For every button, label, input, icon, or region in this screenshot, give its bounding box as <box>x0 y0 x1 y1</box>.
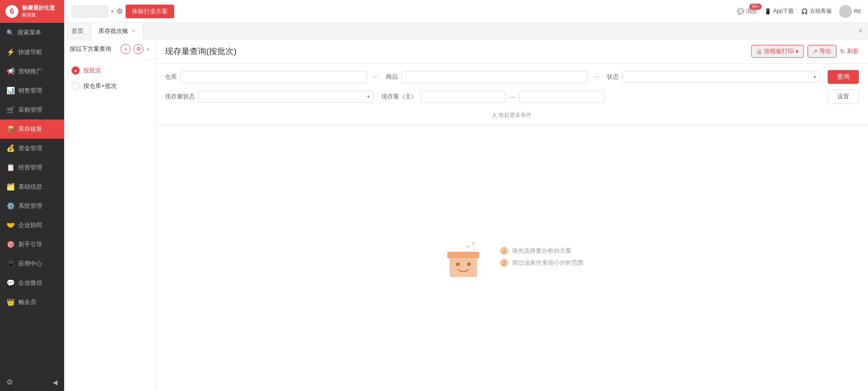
scheme-label: 按仓库+批次 <box>83 82 117 90</box>
tab-close-icon[interactable]: × <box>132 28 135 34</box>
svg-text:✦: ✦ <box>472 241 475 246</box>
empty-tips: 1 请先选择要分析的方案 2 用过滤条件来缩小分析范围 <box>500 247 583 271</box>
trial-button[interactable]: 体验行业方案 <box>126 5 174 18</box>
sidebar-item-label: 畅会员 <box>18 298 36 306</box>
sidebar-item-inventory[interactable]: 📦 库存核算 <box>0 119 64 139</box>
inventory-qty-min-input[interactable] <box>421 91 506 103</box>
sidebar-footer: ⚙ ◀ <box>0 373 64 391</box>
settings-button[interactable]: 设置 <box>828 89 859 104</box>
sidebar-item-quick-nav[interactable]: ⚡ 快捷导航 <box>0 43 64 62</box>
sidebar-item-operations[interactable]: 📋 经营管理 <box>0 158 64 177</box>
messages-button[interactable]: 💬 消息 99+ <box>737 7 757 15</box>
topbar: ▾ ⚙ 体验行业方案 💬 消息 99+ 📱 App下载 🎧 在线客服 Rit <box>64 0 868 23</box>
refresh-button[interactable]: ↻ 刷新 <box>840 47 859 55</box>
warehouse-filter-group: 仓库 ··· <box>165 71 379 83</box>
svg-point-2 <box>456 262 460 266</box>
printer-icon: 🖨 <box>756 48 762 55</box>
purchase-icon: 🛒 <box>6 106 15 114</box>
left-panel-title: 按以下方案查询 <box>70 45 111 53</box>
sidebar-item-member[interactable]: 👑 畅会员 <box>0 293 64 312</box>
sidebar-item-finance[interactable]: 💰 资金管理 <box>0 139 64 158</box>
sidebar-item-purchase[interactable]: 🛒 采购管理 <box>0 100 64 119</box>
collapse-panel-button[interactable]: « <box>146 45 150 53</box>
sidebar-item-label: 应用中心 <box>18 260 42 268</box>
sidebar-item-apps[interactable]: 📱 应用中心 <box>0 254 64 273</box>
sidebar-item-label: 基础信息 <box>18 183 42 191</box>
sidebar-item-sales[interactable]: 📊 销售管理 <box>0 81 64 100</box>
filter-row-2: 现存量状态 ▾ 现存量（主） — <box>165 89 859 104</box>
gear-icon: ⚙ <box>136 46 141 52</box>
tab-home[interactable]: 首页 <box>64 23 91 39</box>
empty-tip-2: 2 用过滤条件来缩小分析范围 <box>500 259 583 267</box>
left-panel-actions: + ⚙ « <box>121 44 150 54</box>
sidebar-item-wechat[interactable]: 💬 企业微信 <box>0 273 64 293</box>
inventory-qty-label: 现存量（主） <box>381 92 417 101</box>
sidebar-header: 6 畅康通好生意 标准版 <box>0 0 64 23</box>
sidebar-item-label: 新手引导 <box>18 240 42 249</box>
tip-num-2: 2 <box>500 259 508 267</box>
breadcrumb-arrow-icon[interactable]: ▾ <box>111 8 114 15</box>
app-name: 畅康通好生意 <box>22 5 55 12</box>
online-service-label: 在线客服 <box>810 7 832 15</box>
tip-num-1: 1 <box>500 247 508 255</box>
tab-label: 库存批次账 <box>99 27 128 35</box>
app-download-icon: 📱 <box>764 8 771 15</box>
right-main: 现存量查询(按批次) 🖨 按模板打印 ▾ ↗ 导出 ↻ 刷新 <box>156 39 868 391</box>
online-service-button[interactable]: 🎧 在线客服 <box>801 7 832 15</box>
page-header-actions: 🖨 按模板打印 ▾ ↗ 导出 ↻ 刷新 <box>751 45 859 58</box>
sidebar-item-basic[interactable]: 🗂️ 基础信息 <box>0 177 64 196</box>
query-button[interactable]: 查询 <box>828 70 859 84</box>
system-icon: ⚙️ <box>6 202 15 210</box>
refresh-icon: ↻ <box>840 48 845 55</box>
page-title: 现存量查询(按批次) <box>165 46 236 57</box>
refresh-label: 刷新 <box>847 47 859 55</box>
sidebar-item-system[interactable]: ⚙️ 系统管理 <box>0 196 64 216</box>
left-panel: 按以下方案查询 + ⚙ « ● 按批次 ○ 按 <box>64 39 156 391</box>
topbar-gear-icon[interactable]: ⚙ <box>116 7 123 16</box>
tabbar: 首页 库存批次账 × × <box>64 23 868 39</box>
sidebar-item-newbie[interactable]: 🎯 新手引导 <box>0 235 64 254</box>
message-icon: 💬 <box>737 8 744 15</box>
settings-icon[interactable]: ⚙ <box>6 378 13 386</box>
product-input[interactable] <box>401 71 588 83</box>
warehouse-more-icon[interactable]: ··· <box>373 73 379 81</box>
filter-row-1: 仓库 ··· 商品 ··· 状态 ▾ <box>165 70 859 84</box>
app-download-button[interactable]: 📱 App下载 <box>764 7 794 15</box>
tab-inventory-batch[interactable]: 库存批次账 × <box>91 23 143 39</box>
search-menu-label: 搜索菜单 <box>17 28 41 37</box>
sidebar-item-enterprise[interactable]: 🤝 企业协同 <box>0 216 64 235</box>
sidebar-item-marketing[interactable]: 📢 营销推广 <box>0 62 64 81</box>
scheme-dot-inactive: ○ <box>71 82 80 90</box>
inventory-status-select[interactable]: ▾ <box>198 91 374 103</box>
sidebar: 6 畅康通好生意 标准版 🔍 搜索菜单 ⚡ 快捷导航 📢 营销推广 📊 销售管理… <box>0 0 64 391</box>
warehouse-input[interactable] <box>181 71 367 83</box>
tab-panel-close-button[interactable]: × <box>853 27 868 35</box>
print-button[interactable]: 🖨 按模板打印 ▾ <box>751 45 804 58</box>
search-menu[interactable]: 🔍 搜索菜单 <box>0 23 64 43</box>
sidebar-item-label: 采购管理 <box>18 106 42 114</box>
apps-icon: 📱 <box>6 260 15 268</box>
sidebar-item-label: 经营管理 <box>18 163 42 172</box>
scheme-item-by-batch[interactable]: ● 按批次 <box>64 63 155 78</box>
status-label: 状态 <box>607 73 619 81</box>
export-button[interactable]: ↗ 导出 <box>808 45 836 58</box>
collapse-filter-button[interactable]: ⋀ 收起更多条件 <box>165 109 859 119</box>
sidebar-item-label: 销售管理 <box>18 87 42 95</box>
collapse-icon: ⋀ <box>492 112 497 119</box>
scheme-settings-button[interactable]: ⚙ <box>133 44 143 54</box>
collapse-sidebar-icon[interactable]: ◀ <box>53 379 58 386</box>
scheme-item-by-warehouse-batch[interactable]: ○ 按仓库+批次 <box>64 78 155 94</box>
export-label: 导出 <box>819 47 831 55</box>
user-profile-button[interactable]: Rit <box>839 5 861 18</box>
status-select[interactable]: ▾ <box>622 71 820 83</box>
filter-area: 仓库 ··· 商品 ··· 状态 ▾ <box>156 64 868 126</box>
inventory-qty-max-input[interactable] <box>519 91 604 103</box>
tab-home-label: 首页 <box>71 27 83 35</box>
app-download-label: App下载 <box>773 7 794 15</box>
breadcrumb-input[interactable] <box>71 5 108 17</box>
product-more-icon[interactable]: ··· <box>593 73 599 81</box>
sidebar-item-label: 快捷导航 <box>18 48 42 56</box>
enterprise-icon: 🤝 <box>6 221 15 229</box>
messages-badge: 99+ <box>749 4 762 10</box>
add-scheme-button[interactable]: + <box>121 44 131 54</box>
